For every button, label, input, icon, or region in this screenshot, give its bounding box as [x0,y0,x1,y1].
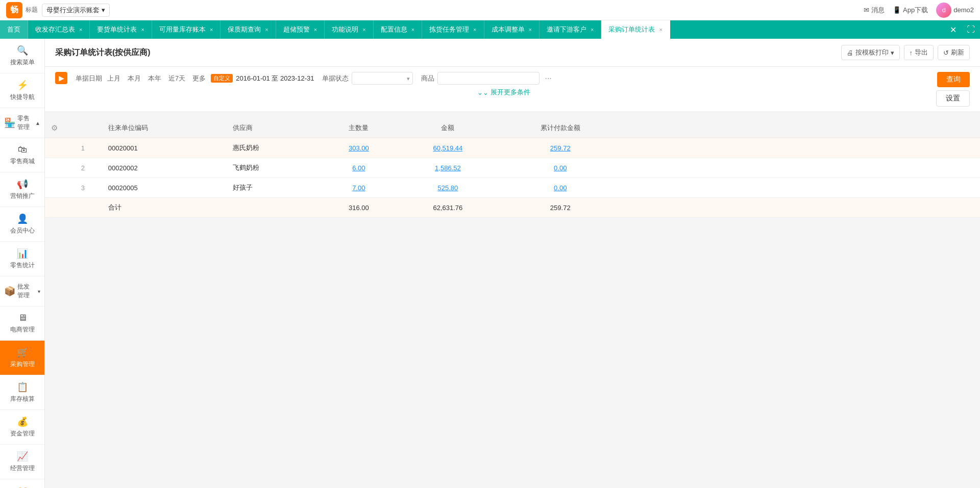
tab-shoufayuhui[interactable]: 收发存汇总表 × [28,20,90,39]
shortcut-more[interactable]: 更多 [190,73,208,84]
sidebar-item-inventory[interactable]: 📋 库存核算 [0,375,44,410]
user-name: demo2 [953,6,974,14]
basic-icon: 📁 [17,485,28,488]
shortcut-7days[interactable]: 近7天 [166,73,187,84]
print-button[interactable]: 🖨 按模板打印 ▾ [841,45,900,60]
sidebar-item-retail-stat[interactable]: 📊 零售统计 [0,242,44,276]
layout: 🔍 搜索菜单 ⚡ 快捷导航 🏪 零售管理 ▲ 🛍 零售商城 📢 营销推广 👤 会… [0,39,980,488]
member-icon: 👤 [17,213,28,224]
tab-zhihuo[interactable]: 拣货任务管理 × [422,20,484,39]
cell-amount[interactable]: 525.80 [398,178,498,198]
close-window-btn[interactable]: ✕ [945,25,962,35]
sidebar-item-search[interactable]: 🔍 搜索菜单 [0,39,44,73]
tab-shoufayuhui-close[interactable]: × [79,27,82,33]
shortcut-this-month[interactable]: 本月 [126,73,143,84]
cell-extra [623,178,980,198]
main-content: 采购订单统计表(按供应商) 🖨 按模板打印 ▾ ↑ 导出 ↺ 刷新 ▶ [45,39,980,488]
filter-status-item: 单据状态 [322,72,413,85]
cell-quantity[interactable]: 303.00 [320,138,398,158]
sidebar-item-finance-label: 资金管理 [10,429,35,438]
top-bar-left: 畅 标题 母婴行业演示账套 ▾ [6,2,110,18]
shortcut-last-month[interactable]: 上月 [105,73,122,84]
tab-keyongliang-close[interactable]: × [210,27,213,33]
cell-amount[interactable]: 1,586.52 [398,158,498,178]
sidebar-item-purchase-label: 采购管理 [10,360,35,369]
app-download-btn[interactable]: 📱 App下载 [893,6,928,15]
search-icon: 🔍 [17,45,28,56]
cell-paid[interactable]: 0.00 [498,178,623,198]
print-icon: 🖨 [847,49,853,57]
cell-amount[interactable]: 60,519.44 [398,138,498,158]
status-select[interactable] [352,72,413,85]
tab-chengben-close[interactable]: × [529,27,532,33]
sidebar-item-member[interactable]: 👤 会员中心 [0,207,44,242]
sidebar-item-retail[interactable]: 🏪 零售管理 ▲ [0,108,44,138]
cell-paid[interactable]: 0.00 [498,158,623,178]
settings-button[interactable]: 设置 [936,90,970,107]
cell-paid[interactable]: 259.72 [498,138,623,158]
sidebar-item-operations[interactable]: 📈 经营管理 [0,445,44,479]
export-icon: ↑ [910,49,913,57]
status-select-wrapper [352,72,413,85]
tab-peizhi-close[interactable]: × [411,27,414,33]
quick-icon: ⚡ [17,80,28,91]
sidebar-item-retail-shop[interactable]: 🛍 零售商城 [0,138,44,172]
store-selector[interactable]: 母婴行业演示账套 ▾ [42,4,110,17]
tab-zhihuo-close[interactable]: × [473,27,476,33]
app-download-label: App下载 [903,6,928,15]
tab-chaochuyujing[interactable]: 超储预警 × [276,20,325,39]
tab-baoquan[interactable]: 保质期查询 × [220,20,276,39]
purchase-icon: 🛒 [17,347,28,358]
tab-gongneng[interactable]: 功能说明 × [325,20,373,39]
store-arrow-icon: ▾ [102,6,105,14]
tab-yaohuo[interactable]: 要货单统计表 × [90,20,152,39]
refresh-button[interactable]: ↺ 刷新 [938,45,970,60]
maximize-btn[interactable]: ⛶ [962,25,980,34]
expand-label: 展开更多条件 [491,88,530,97]
expand-more-btn[interactable]: ⌄⌄ 展开更多条件 [477,88,530,97]
tab-peizhi[interactable]: 配置信息 × [374,20,422,39]
th-extra [623,118,980,138]
sidebar-item-batch[interactable]: 📦 批发管理 ▾ [0,276,44,306]
shortcut-this-year[interactable]: 本年 [146,73,163,84]
goods-more-btn[interactable]: ··· [545,74,551,83]
sidebar-item-basic[interactable]: 📁 基础信息 [0,479,44,488]
tab-caigou-close[interactable]: × [659,27,662,33]
sidebar-item-ecom[interactable]: 🖥 电商管理 [0,306,44,341]
column-settings-icon[interactable]: ⚙ [51,123,58,132]
batch-arrow-icon: ▾ [38,289,40,294]
tab-yaohuo-close[interactable]: × [141,27,144,33]
tab-baoquan-close[interactable]: × [265,27,268,33]
tab-chengben[interactable]: 成本调整单 × [484,20,540,39]
cell-quantity[interactable]: 6.00 [320,158,398,178]
cell-num: 2 [64,158,102,178]
top-bar-right: ✉ 消息 📱 App下载 d demo2 [864,3,974,18]
query-button[interactable]: 查询 [937,72,970,87]
goods-label: 商品 [421,74,434,83]
tab-chaochuyujing-label: 超储预警 [283,25,310,34]
filter-row-1: 单据日期 上月 本月 本年 近7天 更多 自定义 2016-01-01 至 20… [76,72,932,85]
tab-home[interactable]: 首页 [0,20,28,39]
date-label: 单据日期 [76,74,102,83]
store-name: 母婴行业演示账套 [46,6,100,15]
sidebar-item-purchase[interactable]: 🛒 采购管理 [0,341,44,375]
tab-keyongliang[interactable]: 可用量库存账本 × [152,20,220,39]
tab-chaochuyujing-close[interactable]: × [314,27,317,33]
message-btn[interactable]: ✉ 消息 [864,6,885,15]
export-button[interactable]: ↑ 导出 [904,45,934,60]
tab-yaoqing-label: 邀请下游客户 [547,25,586,34]
filter-goods-item: 商品 ··· [421,72,551,85]
user-avatar[interactable]: d demo2 [936,3,974,18]
tab-caigou[interactable]: 采购订单统计表 × [601,20,670,39]
tab-yaoqing-close[interactable]: × [591,27,594,33]
sidebar-item-quick-label: 快捷导航 [10,93,35,101]
goods-input[interactable] [437,72,540,85]
tab-shoufayuhui-label: 收发存汇总表 [35,25,75,34]
tab-yaoqing[interactable]: 邀请下游客户 × [540,20,601,39]
cell-quantity[interactable]: 7.00 [320,178,398,198]
toggle-arrow-btn[interactable]: ▶ [55,72,67,84]
sidebar-item-marketing[interactable]: 📢 营销推广 [0,172,44,207]
sidebar-item-finance[interactable]: 💰 资金管理 [0,410,44,445]
tab-gongneng-close[interactable]: × [362,27,365,33]
sidebar-item-quick[interactable]: ⚡ 快捷导航 [0,73,44,108]
